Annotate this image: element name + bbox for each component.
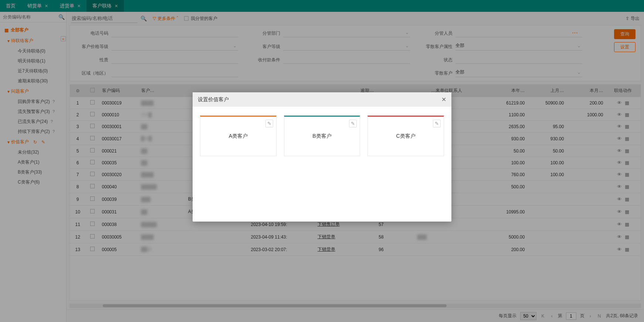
edit-icon[interactable]: ✎	[349, 120, 357, 127]
card-c[interactable]: ✎ C类客户	[367, 116, 444, 156]
card-label: B类客户	[312, 133, 331, 140]
card-a[interactable]: ✎ A类客户	[200, 116, 277, 156]
card-label: A类客户	[229, 133, 248, 140]
edit-icon[interactable]: ✎	[265, 120, 273, 127]
modal-title: 设置价值客户	[198, 96, 229, 103]
card-b[interactable]: ✎ B类客户	[284, 116, 360, 156]
edit-icon[interactable]: ✎	[433, 120, 441, 127]
modal-overlay[interactable]: 设置价值客户 ✕ ✎ A类客户 ✎ B类客户 ✎ C类客户	[0, 0, 644, 322]
close-icon[interactable]: ✕	[441, 96, 446, 103]
card-label: C类客户	[396, 133, 416, 140]
modal: 设置价值客户 ✕ ✎ A类客户 ✎ B类客户 ✎ C类客户	[193, 92, 451, 222]
